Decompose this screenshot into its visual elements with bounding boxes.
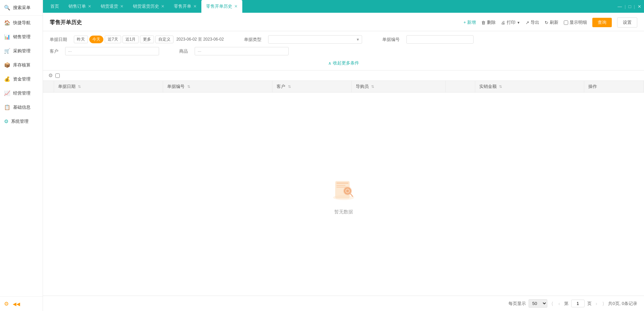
table-header-row: 单据日期 ⇅ 单据编号 ⇅ 客户 ⇅ 导购员 ⇅: [43, 81, 644, 93]
sidebar-item-system-mgmt[interactable]: ⚙ 系统管理: [0, 114, 43, 128]
sidebar-item-sales-mgmt[interactable]: 📊 销售管理: [0, 30, 43, 44]
customer-filter-select[interactable]: ···: [65, 47, 159, 55]
settings-button[interactable]: 设置: [617, 17, 637, 28]
chart-icon: 📊: [4, 34, 10, 40]
sidebar-item-label: 销售管理: [13, 34, 31, 40]
collapse-sidebar-icon[interactable]: ◀◀: [13, 301, 20, 307]
display-detail-checkbox[interactable]: 显示明细: [564, 19, 587, 25]
sidebar-search[interactable]: 🔍 搜索采单: [0, 0, 43, 16]
customer-filter-label: 客户: [50, 48, 58, 54]
svg-rect-3: [336, 185, 345, 186]
tab-retail-open-close[interactable]: ✕: [193, 4, 197, 9]
box-icon: 📦: [4, 62, 10, 68]
maximize-btn[interactable]: □: [629, 4, 631, 9]
collapse-filter-btn[interactable]: ∧ 收起更多条件: [328, 60, 359, 66]
col-customer-sort[interactable]: ⇅: [288, 85, 291, 89]
col-amount-sort[interactable]: ⇅: [499, 85, 502, 89]
prev-page-btn[interactable]: ‹: [557, 300, 561, 307]
refresh-button[interactable]: ↻ 刷新: [545, 19, 558, 25]
export-label: 导出: [531, 19, 539, 25]
tab-home-label: 首页: [50, 3, 59, 9]
search-icon: 🔍: [4, 5, 10, 11]
tab-sales-return-history[interactable]: 销货退货历史 ✕: [128, 0, 169, 13]
sidebar-item-label: 资金管理: [13, 76, 31, 82]
date-btn-today[interactable]: 今天: [89, 36, 103, 43]
new-label: + 新增: [463, 19, 476, 25]
number-filter-label: 单据编号: [382, 37, 400, 43]
sidebar-item-label: 经营管理: [13, 90, 31, 96]
select-all-checkbox[interactable]: [55, 73, 60, 78]
date-btn-more[interactable]: 更多: [140, 36, 154, 43]
sidebar-item-operations[interactable]: 📈 经营管理: [0, 86, 43, 100]
next-page-btn[interactable]: ›: [594, 300, 599, 307]
minimize-btn[interactable]: —: [617, 4, 622, 9]
date-btn-custom[interactable]: 自定义: [155, 36, 174, 43]
first-page-btn[interactable]: ⟨: [550, 300, 554, 307]
goods-filter-label: 商品: [179, 48, 188, 54]
number-filter-input[interactable]: [406, 35, 474, 44]
main-area: 首页 销售订单 ✕ 销货退货 ✕ 销货退货历史 ✕ 零售开单 ✕ 零售开单历史 …: [43, 0, 644, 311]
print-dropdown-icon: ▼: [517, 21, 520, 24]
last-page-btn[interactable]: ⟩: [601, 300, 605, 307]
query-label: 查询: [598, 19, 606, 25]
col-date-sort[interactable]: ⇅: [78, 85, 81, 89]
page-header: 零售开单历史 + 新增 🗑 删除 🖨 打印 ▼ ↗ 导出: [43, 13, 644, 31]
empty-illustration: [329, 173, 359, 204]
tab-sales-order[interactable]: 销售订单 ✕: [64, 0, 96, 13]
page-number-input[interactable]: [571, 300, 585, 307]
tab-sales-return-label: 销货退货: [101, 3, 118, 9]
goods-filter-select[interactable]: ···: [195, 47, 289, 55]
sidebar-item-purchase-mgmt[interactable]: 🛒 采购管理: [0, 44, 43, 58]
print-button[interactable]: 🖨 打印 ▼: [501, 19, 520, 25]
col-ops: 操作: [584, 81, 644, 93]
page-label: 页: [587, 301, 592, 307]
sidebar-item-base-info[interactable]: 📋 基础信息: [0, 100, 43, 114]
tab-retail-open-history[interactable]: 零售开单历史 ✕: [201, 0, 242, 13]
data-table: 单据日期 ⇅ 单据编号 ⇅ 客户 ⇅ 导购员 ⇅: [43, 81, 644, 93]
display-detail-input[interactable]: [564, 20, 568, 25]
delete-button[interactable]: 🗑 删除: [481, 19, 496, 25]
type-filter-select[interactable]: ▾: [268, 35, 362, 44]
close-btn[interactable]: ✕: [638, 4, 641, 9]
page-actions: + 新增 🗑 删除 🖨 打印 ▼ ↗ 导出 ↻ 刷新: [463, 17, 637, 28]
tab-sales-return[interactable]: 销货退货 ✕: [96, 0, 128, 13]
settings-icon[interactable]: ⚙: [4, 301, 9, 307]
page-area: 零售开单历史 + 新增 🗑 删除 🖨 打印 ▼ ↗ 导出: [43, 13, 644, 311]
tab-sales-return-close[interactable]: ✕: [120, 4, 123, 9]
trending-icon: 📈: [4, 90, 10, 96]
sidebar-item-quick-nav[interactable]: 🏠 快捷导航: [0, 16, 43, 30]
tab-sales-order-label: 销售订单: [68, 3, 86, 9]
sidebar-item-label: 库存核算: [13, 62, 31, 68]
filter-area: 单据日期 昨天 今天 近7天 近1月 更多 自定义 2023-06-02 至 2…: [43, 31, 644, 70]
type-filter-label: 单据类型: [244, 37, 261, 43]
sidebar-item-inventory[interactable]: 📦 库存核算: [0, 58, 43, 72]
col-checkbox: [43, 81, 54, 93]
new-button[interactable]: + 新增: [463, 19, 476, 25]
table-settings-icon[interactable]: ⚙: [48, 72, 53, 79]
page-size-select[interactable]: 50 10 20 100: [529, 299, 547, 308]
tab-sales-order-close[interactable]: ✕: [88, 4, 91, 9]
goods-placeholder: ···: [198, 49, 201, 54]
empty-text: 暂无数据: [334, 209, 353, 215]
page-title: 零售开单历史: [50, 19, 82, 26]
gear2-icon: ⚙: [4, 118, 8, 124]
tab-sales-return-history-close[interactable]: ✕: [161, 4, 164, 9]
date-range-display: 2023-06-02 至 2023-06-02: [176, 37, 224, 42]
col-number-sort[interactable]: ⇅: [187, 85, 190, 89]
print-icon: 🖨: [501, 20, 505, 25]
tab-retail-open[interactable]: 零售开单 ✕: [169, 0, 201, 13]
date-btn-7days[interactable]: 近7天: [105, 36, 121, 43]
query-button[interactable]: 查询: [592, 18, 612, 27]
date-btn-1month[interactable]: 近1月: [122, 36, 139, 43]
sidebar-item-label: 快捷导航: [13, 20, 31, 26]
col-customer: 客户 ⇅: [273, 81, 351, 93]
print-label: 打印: [507, 19, 515, 25]
refresh-icon: ↻: [545, 20, 548, 25]
tab-sales-return-history-label: 销货退货历史: [133, 3, 159, 9]
tab-retail-open-history-close[interactable]: ✕: [234, 4, 238, 9]
col-guide-sort[interactable]: ⇅: [371, 85, 374, 89]
export-button[interactable]: ↗ 导出: [526, 19, 539, 25]
tab-home[interactable]: 首页: [46, 0, 64, 13]
sidebar-item-finance[interactable]: 💰 资金管理: [0, 72, 43, 86]
date-btn-yesterday[interactable]: 昨天: [74, 36, 88, 43]
